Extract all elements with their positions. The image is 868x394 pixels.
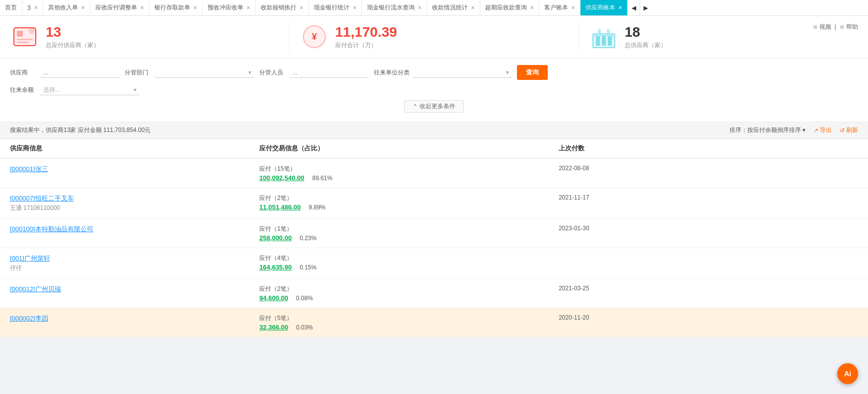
nav-right-arrow[interactable]: ▶: [640, 0, 651, 16]
supplier-link-2[interactable]: [000100]本特勤油品有限公司: [10, 225, 259, 234]
filter-supplier: 供应商: [10, 67, 120, 78]
supplier-info-2: [000100]本特勤油品有限公司: [10, 225, 259, 234]
balance-select[interactable]: 选择...: [40, 85, 140, 95]
summary-divider-1: [289, 22, 289, 52]
transaction-info-1: 应付（2笔） 11,051,486.00 9.89%: [259, 194, 559, 211]
close-icon[interactable]: ✕: [81, 5, 85, 10]
dept-select[interactable]: [155, 67, 254, 78]
supplier-link-1[interactable]: [000007]恒旺二手叉车: [10, 194, 259, 203]
summary-item-payable-total: ¥ 11,170.39 应付合计（万）: [299, 22, 569, 52]
payable-suppliers-icon: [10, 22, 40, 52]
filter-row-2: 往来余额 选择...: [10, 85, 858, 95]
supplier-label: 供应商: [10, 68, 37, 77]
table-row: [000002]李四 应付（5笔） 32,366.00 0.03% 2020-1…: [0, 308, 868, 337]
person-input[interactable]: [289, 67, 369, 78]
filter-person: 分管人员: [259, 67, 369, 78]
table-body: [000001]张三 应付（15笔） 100,092,540.00 89.61%…: [0, 159, 868, 337]
svg-rect-9: [602, 36, 606, 46]
supplier-info-4: [000012]广州贝瑞: [10, 285, 259, 294]
close-icon[interactable]: ✕: [34, 5, 38, 10]
result-bar: 搜索结果中，供应商13家 应付金额 111,703,854.00元 排序：按应付…: [0, 122, 868, 139]
close-icon[interactable]: ✕: [571, 5, 575, 10]
transaction-info-4: 应付（2笔） 94,600.00 0.08%: [259, 285, 559, 302]
table-header: 供应商信息 应付交易信息（占比） 上次付数: [0, 139, 868, 159]
person-label: 分管人员: [259, 68, 287, 77]
tx-amount-5[interactable]: 32,366.00: [259, 324, 288, 331]
close-icon[interactable]: ✕: [471, 5, 475, 10]
nav-tab-cash-bank-flow[interactable]: 现金银行流水查询 ✕: [362, 0, 427, 16]
supplier-sub-1: 王通 17106110000: [10, 204, 259, 212]
tx-row-5: 32,366.00 0.03%: [259, 323, 559, 331]
svg-point-4: [29, 28, 35, 34]
tx-notes-4: 应付（2笔）: [259, 285, 559, 293]
summary-text-payable-total: 11,170.39 应付合计（万）: [335, 24, 397, 50]
tx-amount-4[interactable]: 94,600.00: [259, 294, 288, 302]
tx-pct-0: 89.61%: [312, 175, 333, 182]
nav-tab-3[interactable]: 3 ✕: [22, 0, 43, 16]
svg-rect-13: [593, 34, 615, 36]
table-row: [000007]恒旺二手叉车 王通 17106110000 应付（2笔） 11,…: [0, 188, 868, 219]
export-button[interactable]: ↗ 导出: [813, 126, 832, 134]
result-actions: 排序：按应付余额倒序排序 ▾ ↗ 导出 ↺ 刷新: [729, 126, 858, 134]
close-icon[interactable]: ✕: [246, 5, 250, 10]
summary-text-payable-suppliers: 13 总应付供应商（家）: [46, 24, 99, 50]
tx-amount-2[interactable]: 258,000.00: [259, 234, 291, 242]
nav-tab-cash-bank-stat[interactable]: 现金银行统计 ✕: [309, 0, 362, 16]
tx-amount-3[interactable]: 164,635.90: [259, 263, 291, 271]
tx-amount-0[interactable]: 100,092,540.00: [259, 174, 304, 182]
table-row: [000001]张三 应付（15笔） 100,092,540.00 89.61%…: [0, 159, 868, 188]
nav-left-arrow[interactable]: ◀: [628, 0, 640, 16]
tx-pct-5: 0.03%: [296, 324, 313, 331]
close-icon[interactable]: ✕: [530, 5, 534, 10]
table-row: [001]广州荣轩 仔仔 应付（4笔） 164,635.90 0.15%: [0, 248, 868, 279]
close-icon[interactable]: ✕: [193, 5, 197, 10]
summary-divider-2: [579, 22, 579, 52]
lastpay-4: 2021-03-25: [559, 285, 758, 292]
help-links: ⊙ 视频 | ⊙ 帮助: [813, 23, 858, 31]
tx-notes-0: 应付（15笔）: [259, 165, 559, 173]
supplier-link-3[interactable]: [001]广州荣轩: [10, 254, 259, 263]
nav-tab-advance-offset[interactable]: 预收冲应收单 ✕: [203, 0, 256, 16]
summary-item-payable-suppliers: 13 总应付供应商（家）: [10, 22, 279, 52]
nav-tab-customer-ledger[interactable]: 客户账本 ✕: [539, 0, 580, 16]
sort-button[interactable]: 排序：按应付余额倒序排序 ▾: [729, 126, 805, 134]
filter-area: 供应商 分管部门 分管人员 往来单位分类 查询 往来: [0, 58, 868, 122]
svg-rect-2: [17, 39, 33, 40]
nav-tab-receipt-exec[interactable]: 收款核销执行 ✕: [256, 0, 309, 16]
supplier-link-5[interactable]: [000002]李四: [10, 314, 259, 323]
refresh-button[interactable]: ↺ 刷新: [840, 126, 858, 134]
collapse-button[interactable]: ⌃ 收起更多条件: [404, 100, 464, 113]
table-row: [000100]本特勤油品有限公司 应付（1笔） 258,000.00 0.23…: [0, 219, 868, 248]
filter-dept: 分管部门: [125, 67, 254, 78]
header-transaction: 应付交易信息（占比）: [259, 144, 559, 153]
category-select[interactable]: [413, 67, 512, 78]
close-icon[interactable]: ✕: [299, 5, 303, 10]
nav-tab-overdue-ar[interactable]: 超期应收款查询 ✕: [480, 0, 539, 16]
summary-bar: 13 总应付供应商（家） ¥ 11,170.39 应付合计（万）: [0, 16, 868, 58]
query-button[interactable]: 查询: [517, 65, 548, 80]
nav-tab-other-income[interactable]: 其他收入单 ✕: [43, 0, 90, 16]
close-icon[interactable]: ✕: [140, 5, 144, 10]
svg-rect-8: [596, 36, 600, 46]
tx-notes-1: 应付（2笔）: [259, 194, 559, 202]
supplier-link-4[interactable]: [000012]广州贝瑞: [10, 285, 259, 294]
transaction-info-3: 应付（4笔） 164,635.90 0.15%: [259, 254, 559, 271]
supplier-link-0[interactable]: [000001]张三: [10, 165, 259, 174]
nav-tab-ar-adjust[interactable]: 应收应付调整单 ✕: [90, 0, 149, 16]
sort-icon: ▾: [802, 127, 805, 133]
tx-pct-1: 9.89%: [309, 204, 326, 211]
close-icon[interactable]: ✕: [618, 5, 622, 10]
help-link[interactable]: ⊙ 帮助: [840, 23, 858, 30]
supplier-input[interactable]: [40, 67, 120, 78]
svg-rect-3: [17, 42, 29, 43]
nav-tab-supplier-ledger[interactable]: 供应商账本 ✕: [580, 0, 628, 16]
nav-tab-home[interactable]: 首页: [0, 0, 22, 16]
tx-amount-1[interactable]: 11,051,486.00: [259, 203, 300, 211]
lastpay-5: 2020-11-20: [559, 314, 758, 321]
nav-tab-receipt-stat[interactable]: 收款情况统计 ✕: [427, 0, 480, 16]
video-link[interactable]: ⊙ 视频: [813, 23, 831, 30]
nav-tab-bank-deposit[interactable]: 银行存取款单 ✕: [149, 0, 203, 16]
refresh-icon: ↺: [840, 127, 845, 134]
close-icon[interactable]: ✕: [353, 5, 357, 10]
close-icon[interactable]: ✕: [418, 5, 422, 10]
